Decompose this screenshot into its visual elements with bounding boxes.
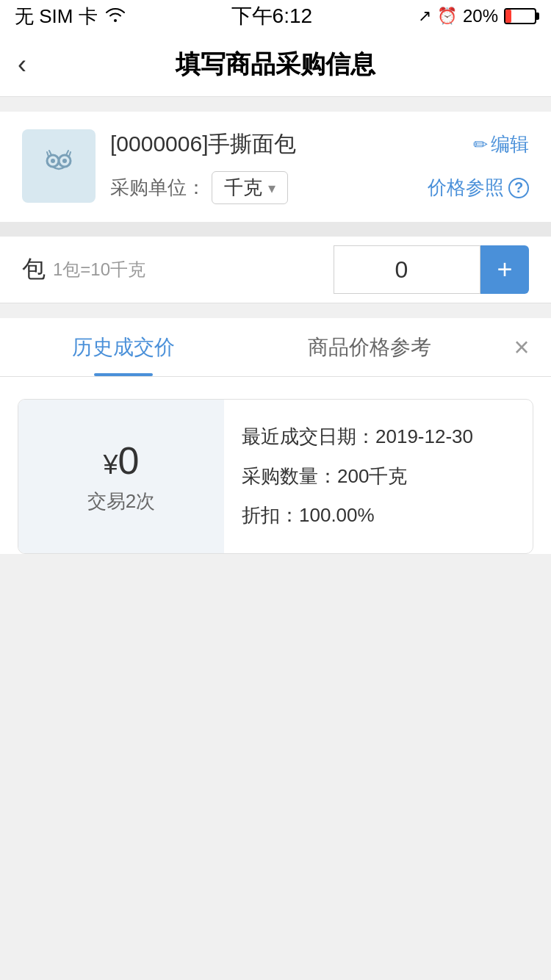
product-details: [0000006]手撕面包 ✏ 编辑 采购单位： 千克 ▾ 价格参照 ?	[110, 129, 529, 204]
edit-icon: ✏	[473, 134, 488, 155]
purchase-unit-label: 采购单位：	[110, 175, 206, 201]
tab-history-label: 历史成交价	[72, 334, 175, 361]
battery-percent: 20%	[463, 6, 498, 26]
quantity-plus-button[interactable]: +	[480, 245, 529, 294]
discount-label: 折扣：	[242, 504, 299, 526]
wifi-icon	[105, 5, 126, 28]
tab-close-button[interactable]: ×	[492, 332, 551, 363]
quantity-conversion: 1包=10千克	[53, 258, 145, 281]
unit-value: 千克	[224, 175, 262, 201]
tab-price-ref[interactable]: 商品价格参考	[246, 318, 492, 376]
history-card-right: 最近成交日期：2019-12-30 采购数量：200千克 折扣：100.00%	[224, 400, 533, 553]
purchase-qty-row: 采购数量：200千克	[242, 461, 515, 492]
edit-label: 编辑	[491, 131, 529, 157]
tab-price-ref-label: 商品价格参考	[308, 334, 431, 361]
product-logo-icon	[37, 140, 81, 192]
alarm-icon: ⏰	[437, 7, 457, 26]
svg-point-2	[51, 159, 55, 163]
svg-point-3	[62, 159, 67, 163]
quantity-section: 包 1包=10千克 +	[0, 237, 551, 303]
price-ref-button[interactable]: 价格参照 ?	[428, 175, 529, 201]
status-bar: 无 SIM 卡 下午6:12 ↗ ⏰ 20%	[0, 0, 551, 32]
purchase-qty-value: 200千克	[337, 465, 407, 487]
price-amount: 0	[118, 439, 140, 482]
status-left: 无 SIM 卡	[15, 4, 126, 29]
edit-button[interactable]: ✏ 编辑	[473, 131, 529, 157]
tab-section: 历史成交价 商品价格参考 × ¥0 交易2次 最近成交日期：2019-12-30…	[0, 318, 551, 554]
battery-icon	[504, 8, 536, 24]
recent-date-label: 最近成交日期：	[242, 425, 375, 447]
thin-divider	[0, 303, 551, 303]
price-ref-label: 价格参照	[428, 175, 504, 201]
quantity-unit: 包	[22, 253, 46, 286]
history-price: ¥0	[104, 439, 140, 483]
unit-select[interactable]: 千克 ▾	[212, 171, 288, 204]
history-card: ¥0 交易2次 最近成交日期：2019-12-30 采购数量：200千克 折扣：…	[18, 399, 533, 554]
section-divider	[0, 222, 551, 237]
product-header: [0000006]手撕面包 ✏ 编辑	[110, 129, 529, 159]
purchase-qty-label: 采购数量：	[242, 465, 337, 487]
history-trade-count: 交易2次	[87, 489, 155, 514]
quantity-label: 包 1包=10千克	[22, 253, 145, 286]
location-icon: ↗	[418, 7, 431, 26]
status-right: ↗ ⏰ 20%	[418, 6, 536, 26]
quantity-input[interactable]	[334, 245, 480, 294]
price-ref-info-icon: ?	[508, 178, 529, 198]
discount-value: 100.00%	[299, 504, 375, 526]
tab-bar: 历史成交价 商品价格参考 ×	[0, 318, 551, 377]
sim-text: 无 SIM 卡	[15, 4, 98, 29]
product-thumbnail	[22, 129, 96, 203]
product-section: [0000006]手撕面包 ✏ 编辑 采购单位： 千克 ▾ 价格参照 ?	[0, 112, 551, 222]
purchase-unit-row: 采购单位： 千克 ▾ 价格参照 ?	[110, 171, 529, 204]
recent-date-value: 2019-12-30	[375, 425, 473, 447]
back-button[interactable]: ‹	[18, 49, 26, 80]
unit-dropdown-icon: ▾	[268, 179, 276, 197]
status-time: 下午6:12	[231, 2, 313, 30]
history-card-left: ¥0 交易2次	[18, 400, 224, 553]
nav-bar: ‹ 填写商品采购信息	[0, 32, 551, 97]
tab-history-price[interactable]: 历史成交价	[0, 318, 246, 376]
quantity-input-group: +	[334, 245, 529, 294]
discount-row: 折扣：100.00%	[242, 500, 515, 531]
product-name: [0000006]手撕面包	[110, 129, 296, 159]
recent-date-row: 最近成交日期：2019-12-30	[242, 422, 515, 453]
page-title: 填写商品采购信息	[176, 48, 375, 82]
currency-symbol: ¥	[104, 450, 118, 480]
product-row: [0000006]手撕面包 ✏ 编辑 采购单位： 千克 ▾ 价格参照 ?	[22, 129, 529, 204]
